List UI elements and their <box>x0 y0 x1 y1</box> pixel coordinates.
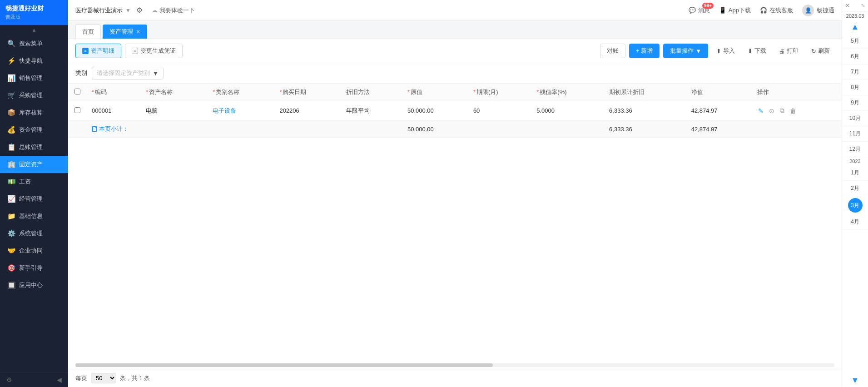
sidebar-icon: 💰 <box>7 126 15 134</box>
category-placeholder: 请选择固定资产类别 <box>97 69 150 77</box>
tab-home[interactable]: 首页 <box>75 25 101 39</box>
scroll-down-icon[interactable]: ▼ <box>849 374 861 387</box>
download-button[interactable]: ⬇ 下载 <box>743 44 771 58</box>
horizontal-scrollbar[interactable] <box>75 363 834 367</box>
sidebar-item-系统管理[interactable]: ⚙️系统管理 <box>0 225 68 242</box>
app-name: 畅捷通好业财 <box>5 5 63 13</box>
collapse-icon[interactable]: ◀ <box>57 376 62 383</box>
sub-tab-asset-detail-label: 资产明细 <box>91 47 114 55</box>
sidebar-item-label: 销售管理 <box>19 74 43 82</box>
import-icon: ⬆ <box>716 48 721 55</box>
cell-category-name: 电子设备 <box>207 101 274 120</box>
sub-tab-asset-detail[interactable]: ≡ 资产明细 <box>75 44 121 58</box>
col-purchase-date: *购买日期 <box>274 84 341 101</box>
tab-asset-management-label: 资产管理 <box>109 28 133 36</box>
sidebar-item-搜索菜单[interactable]: 🔍搜索菜单 <box>0 35 68 52</box>
cell-code: 000001 <box>86 101 140 120</box>
sidebar-icon: 🛒 <box>7 91 15 99</box>
sidebar-item-label: 应用中心 <box>19 281 43 289</box>
download-label: 下载 <box>754 47 766 55</box>
experience-button[interactable]: ☁ 我要体验一下 <box>152 6 195 15</box>
sidebar-scroll-up[interactable]: ▲ <box>0 25 68 35</box>
sidebar: 畅捷通好业财 普及版 ▲ 🔍搜索菜单⚡快捷导航📊销售管理🛒采购管理📦库存核算💰资… <box>0 0 68 387</box>
month-item[interactable]: 4月 <box>842 214 868 230</box>
sidebar-item-工资[interactable]: 💵工资 <box>0 173 68 190</box>
import-button[interactable]: ⬆ 导入 <box>712 44 739 58</box>
per-page-select[interactable]: 50 100 200 <box>91 373 116 383</box>
edit-button[interactable]: ✎ <box>757 106 764 115</box>
select-all-checkbox[interactable] <box>74 89 80 94</box>
depreciation-button[interactable]: ⊙ <box>768 106 775 115</box>
month-item[interactable]: 8月 <box>842 80 868 95</box>
sidebar-item-基础信息[interactable]: 📁基础信息 <box>0 208 68 225</box>
sidebar-icon: ⚡ <box>7 57 15 65</box>
sidebar-item-总账管理[interactable]: 📋总账管理 <box>0 139 68 156</box>
voucher-icon: ≡ <box>132 48 138 54</box>
settings-icon[interactable]: ⚙ <box>6 376 12 383</box>
row-checkbox[interactable] <box>74 107 80 113</box>
delete-button[interactable]: 🗑 <box>789 106 797 115</box>
headset-icon: 🎧 <box>760 7 767 14</box>
sidebar-item-固定资产[interactable]: 🏢固定资产 <box>0 156 68 173</box>
month-item[interactable]: 5月 <box>842 34 868 49</box>
sidebar-icon: 🏢 <box>7 160 15 169</box>
month-item[interactable]: 2月 <box>842 181 868 196</box>
cell-actions: ✎ ⊙ ⧉ 🗑 <box>752 101 842 120</box>
new-button[interactable]: + 新增 <box>629 44 660 58</box>
sidebar-item-库存核算[interactable]: 📦库存核算 <box>0 104 68 121</box>
month-item[interactable]: 10月 <box>842 111 868 126</box>
right-panel-close-icon[interactable]: ✕ <box>845 2 850 9</box>
sidebar-item-应用中心[interactable]: 🔲应用中心 <box>0 277 68 294</box>
sidebar-item-资金管理[interactable]: 💰资金管理 <box>0 121 68 139</box>
right-panel-date: 2023.03 <box>844 11 866 20</box>
category-label: 类别 <box>75 69 87 77</box>
sidebar-icon: 📦 <box>7 109 15 117</box>
month-item[interactable]: 1月 <box>842 165 868 181</box>
tab-asset-management[interactable]: 资产管理 ✕ <box>103 25 147 39</box>
month-item[interactable]: 12月 <box>842 142 868 157</box>
reconcile-label: 对账 <box>607 47 619 55</box>
cell-accumulated-depreciation: 6,333.36 <box>604 101 686 120</box>
category-dropdown[interactable]: 请选择固定资产类别 ▼ <box>92 67 164 79</box>
sub-tab-generate-voucher-label: 变更生成凭证 <box>140 47 176 55</box>
topbar-right: 💬 消息 99+ 📱 App下载 🎧 在线客服 👤 畅捷通 <box>689 5 834 16</box>
col-actions: 操作 <box>752 84 842 101</box>
right-panel-expand-icon[interactable]: ⤡ <box>861 2 865 9</box>
asset-detail-icon: ≡ <box>82 48 89 54</box>
sidebar-item-经营管理[interactable]: 📈经营管理 <box>0 190 68 208</box>
print-button[interactable]: 🖨 打印 <box>774 44 803 58</box>
app-download-button[interactable]: 📱 App下载 <box>719 6 751 15</box>
month-item[interactable]: 9月 <box>842 95 868 111</box>
subtotal-row: 📄 本页小计： 50,000.00 6,333.36 42,874.97 <box>68 120 842 138</box>
sidebar-item-label: 搜索菜单 <box>19 40 43 48</box>
online-support-button[interactable]: 🎧 在线客服 <box>760 6 793 15</box>
sidebar-icon: 📈 <box>7 195 15 203</box>
batch-button[interactable]: 批量操作 ▼ <box>663 44 708 58</box>
sidebar-item-企业协同[interactable]: 🤝企业协同 <box>0 242 68 259</box>
refresh-icon: ↻ <box>811 48 816 55</box>
close-icon[interactable]: ✕ <box>136 29 140 35</box>
refresh-button[interactable]: ↻ 刷新 <box>807 44 834 58</box>
sub-tab-generate-voucher[interactable]: ≡ 变更生成凭证 <box>125 44 183 58</box>
settings-icon[interactable]: ⚙ <box>136 6 143 15</box>
reconcile-button[interactable]: 对账 <box>600 44 625 58</box>
sidebar-item-新手引导[interactable]: 🎯新手引导 <box>0 259 68 277</box>
month-item[interactable]: 11月 <box>842 126 868 142</box>
sidebar-item-销售管理[interactable]: 📊销售管理 <box>0 69 68 87</box>
month-item[interactable]: 7月 <box>842 64 868 80</box>
toolbar: ≡ 资产明细 ≡ 变更生成凭证 对账 + 新增 批量操作 ▼ ⬆ 导入 <box>68 39 842 63</box>
company-selector[interactable]: 医疗器械行业演示 ▼ <box>75 6 131 15</box>
month-item[interactable]: 3月 <box>848 198 863 213</box>
copy-button[interactable]: ⧉ <box>779 106 785 115</box>
cell-depreciation-method: 年限平均 <box>341 101 402 120</box>
message-button[interactable]: 💬 消息 99+ <box>689 6 710 15</box>
month-item[interactable]: 6月 <box>842 49 868 64</box>
sidebar-item-采购管理[interactable]: 🛒采购管理 <box>0 87 68 104</box>
user-menu[interactable]: 👤 畅捷通 <box>802 5 834 16</box>
download-icon: ⬇ <box>748 48 753 55</box>
scroll-up-icon[interactable]: ▲ <box>849 20 861 34</box>
cell-purchase-date: 202206 <box>274 101 341 120</box>
refresh-label: 刷新 <box>818 47 830 55</box>
cell-period-month: 60 <box>468 101 531 120</box>
sidebar-item-快捷导航[interactable]: ⚡快捷导航 <box>0 52 68 69</box>
